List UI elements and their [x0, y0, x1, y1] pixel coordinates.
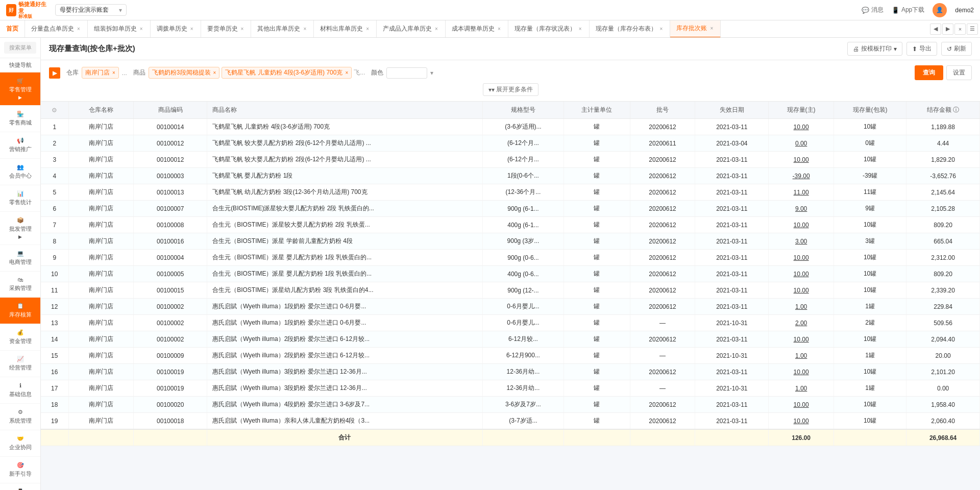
sidebar-item-finance[interactable]: 💰 资金管理 [0, 324, 40, 351]
sidebar-item-enterprise[interactable]: 🤝 企业协同 [0, 430, 40, 457]
product-tag-2[interactable]: 飞鹤星飞帆 儿童奶粉 4段(3-6岁适用) 700克 × [222, 67, 352, 79]
row-qty[interactable]: 10.00 [769, 413, 834, 430]
sidebar-item-purchase[interactable]: 🛍 采购管理 [0, 272, 40, 298]
warehouse-tag[interactable]: 南岸门店 × [82, 67, 119, 79]
tab-menu-btn[interactable]: ☰ [967, 23, 978, 35]
col-code-label: 商品编码 [158, 106, 183, 113]
settings-icon[interactable]: ⚙ [52, 107, 57, 114]
tab-7-close[interactable]: × [434, 26, 439, 32]
row-pkg: 1罐 [834, 348, 906, 364]
tab-11[interactable]: 库存批次账 × [670, 20, 721, 38]
tab-prev-btn[interactable]: ◀ [930, 23, 941, 35]
tab-home[interactable]: 首页 [0, 20, 25, 38]
tab-2-close[interactable]: × [139, 26, 144, 32]
row-qty[interactable]: 1.00 [769, 348, 834, 364]
sidebar-item-app-center[interactable]: 📱 应用中心 [0, 483, 40, 490]
row-qty[interactable]: 0.00 [769, 135, 834, 152]
sidebar-item-wholesale[interactable]: 📦 批发管理 ▶ [0, 212, 40, 245]
sidebar-search-area[interactable]: 搜索菜单 [0, 38, 40, 58]
sidebar-item-retail-mall[interactable]: 🏪 零售商城 [0, 106, 40, 132]
basic-info-icon: ℹ [19, 382, 21, 389]
row-qty[interactable]: 1.00 [769, 299, 834, 315]
search-menu-label[interactable]: 搜索菜单 [4, 42, 36, 54]
color-input[interactable] [386, 67, 427, 79]
sidebar-item-marketing[interactable]: 📢 营销推广 [0, 132, 40, 159]
row-qty[interactable]: 9.00 [769, 201, 834, 217]
tab-10[interactable]: 现存量（库存分布表） × [590, 20, 671, 38]
expand-conditions-btn[interactable]: ▾▾ 展开更多条件 [483, 83, 538, 96]
col-pkg-header: 现存量(包装) [834, 102, 906, 119]
tab-1-close[interactable]: × [76, 26, 81, 32]
tab-1[interactable]: 分量盘点单历史 × [25, 20, 88, 38]
row-qty[interactable]: 3.00 [769, 233, 834, 250]
row-qty[interactable]: 1.00 [769, 380, 834, 397]
tab-3[interactable]: 调拨单历史 × [151, 20, 201, 38]
sidebar-item-member[interactable]: 👥 会员中心 [0, 159, 40, 185]
sidebar-item-guide[interactable]: 🎯 新手引导 [0, 457, 40, 483]
export-btn[interactable]: ⬆ 导出 [906, 42, 937, 56]
product-tag-1-close-icon[interactable]: × [213, 70, 216, 76]
product-more[interactable]: 飞... [354, 68, 365, 77]
product-tag-2-close-icon[interactable]: × [345, 70, 348, 76]
setting-btn[interactable]: 设置 [946, 65, 972, 80]
warehouse-more[interactable]: ... [122, 69, 127, 77]
tab-5[interactable]: 其他出库单历史 × [251, 20, 314, 38]
sidebar-item-retail-stats[interactable]: 📊 零售统计 [0, 185, 40, 212]
tab-8[interactable]: 成本调整单历史 × [446, 20, 508, 38]
sidebar-item-ecommerce[interactable]: 💻 电商管理 [0, 245, 40, 272]
app-download-btn[interactable]: 📱 App下载 [892, 6, 924, 14]
refresh-btn[interactable]: ↺ 刷新 [941, 42, 972, 56]
tab-11-close[interactable]: × [709, 25, 714, 32]
tab-6[interactable]: 材料出库单历史 × [314, 20, 377, 38]
row-qty[interactable]: 10.00 [769, 152, 834, 168]
footer-empty-5 [564, 429, 630, 446]
tab-5-close[interactable]: × [302, 26, 307, 32]
tab-4-close[interactable]: × [240, 26, 245, 32]
sidebar-item-system[interactable]: ⚙ 系统管理 [0, 404, 40, 430]
warehouse-tag-close-icon[interactable]: × [112, 70, 115, 76]
tab-2[interactable]: 组装拆卸单历史 × [88, 20, 151, 38]
product-tag-1[interactable]: 飞鹤奶粉3段闻稳提装 × [149, 67, 220, 79]
tab-4[interactable]: 要货单历史 × [201, 20, 252, 38]
tab-next-btn[interactable]: ▶ [942, 23, 953, 35]
col-settings-header[interactable]: ⚙ [41, 102, 68, 119]
sidebar-item-inventory[interactable]: 📋 库存核算 [0, 298, 40, 324]
print-btn[interactable]: 🖨 按模板打印 ▾ [847, 42, 902, 56]
operations-icon: 📈 [17, 356, 24, 362]
query-btn[interactable]: 查询 [915, 65, 943, 80]
row-qty[interactable]: 10.00 [769, 282, 834, 299]
tab-10-close[interactable]: × [659, 26, 664, 32]
app-name: 畅捷通好生意 [18, 1, 47, 14]
sidebar-item-operations[interactable]: 📈 经营管理 [0, 351, 40, 377]
sidebar-item-basic-info[interactable]: ℹ 基础信息 [0, 377, 40, 404]
row-qty[interactable]: -39.00 [769, 168, 834, 184]
tab-9-close[interactable]: × [578, 26, 583, 32]
industry-selector[interactable]: 母婴行业演示账套 ▾ [55, 4, 127, 16]
sidebar-item-retail-mgmt[interactable]: 🛒 零售管理 ▶ [0, 72, 40, 106]
user-avatar[interactable]: 👤 [933, 3, 947, 17]
tab-9[interactable]: 现存量（库存状况表） × [508, 20, 590, 38]
row-qty[interactable]: 2.00 [769, 315, 834, 331]
tab-close-all-btn[interactable]: × [954, 23, 966, 35]
tab-3-close[interactable]: × [189, 26, 194, 32]
table-row: 6 南岸门店 00100007 合生元(BIOSTIME)派星较大婴儿配方奶粉 … [41, 201, 980, 217]
row-name: 合生元（BIOSTIME）派星 婴儿配方奶粉 1段 乳铁蛋白的... [207, 266, 482, 282]
tab-7[interactable]: 产成品入库单历史 × [377, 20, 446, 38]
row-qty[interactable]: 10.00 [769, 331, 834, 348]
sidebar-shortcut[interactable]: 快捷导航 [0, 58, 40, 72]
tab-8-close[interactable]: × [497, 26, 502, 32]
filter-expand-arrow[interactable]: ▶ [49, 67, 60, 79]
tab-6-close[interactable]: × [365, 26, 370, 32]
message-btn[interactable]: 💬 消息 [862, 6, 884, 14]
row-qty[interactable]: 10.00 [769, 266, 834, 282]
row-qty[interactable]: 10.00 [769, 364, 834, 380]
row-qty[interactable]: 10.00 [769, 250, 834, 266]
row-qty[interactable]: 10.00 [769, 119, 834, 135]
row-qty[interactable]: 10.00 [769, 397, 834, 413]
row-qty[interactable]: 11.00 [769, 184, 834, 201]
col-spec-label: 规格型号 [511, 106, 535, 113]
color-dropdown-icon[interactable]: ▾ [430, 69, 433, 77]
footer-empty-7 [695, 429, 769, 446]
export-icon: ⬆ [912, 45, 917, 53]
row-qty[interactable]: 10.00 [769, 217, 834, 233]
